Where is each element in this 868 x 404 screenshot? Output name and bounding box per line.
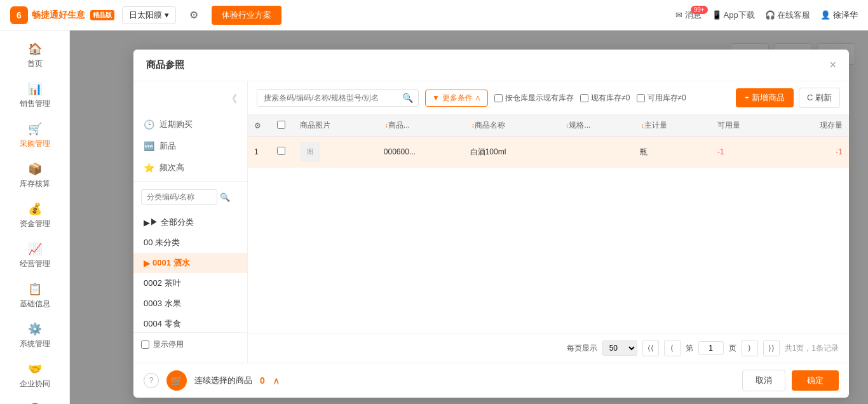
cell-image: 图 bbox=[294, 137, 377, 168]
basic-info-icon: 📋 bbox=[28, 282, 42, 296]
settings-icon[interactable]: ⚙ bbox=[184, 5, 204, 25]
filter-icon: ▼ bbox=[432, 93, 440, 102]
online-service-button[interactable]: 🎧 在线客服 bbox=[765, 10, 811, 21]
select-all-checkbox[interactable] bbox=[277, 121, 285, 129]
user-avatar[interactable]: 👤 徐泽华 bbox=[820, 10, 858, 21]
sidebar-item-finance[interactable]: 💰 资金管理 bbox=[0, 196, 69, 236]
confirm-button[interactable]: 确定 bbox=[792, 370, 839, 391]
collapse-footer-icon[interactable]: ∧ bbox=[273, 375, 280, 387]
page-number-input[interactable] bbox=[698, 341, 724, 355]
th-stock[interactable]: 现存量 bbox=[780, 115, 849, 137]
nav-recent-purchase[interactable]: 🕒 近期购买 bbox=[133, 114, 247, 135]
sidebar-item-basic-info[interactable]: 📋 基础信息 bbox=[0, 276, 69, 316]
usable-stock-checkbox[interactable] bbox=[637, 94, 645, 102]
first-page-button[interactable]: ⟨⟨ bbox=[642, 340, 659, 356]
th-checkbox[interactable] bbox=[271, 115, 294, 137]
more-filter-button[interactable]: ▼ 更多条件 ∧ bbox=[425, 90, 488, 107]
content-area: 查询 设置 刷新 商品参照 × 《 bbox=[70, 30, 868, 404]
th-available[interactable]: 可用量 bbox=[711, 115, 780, 137]
page-size-select[interactable]: 50 100 bbox=[602, 340, 637, 356]
logo: 6 畅捷通好生意 精品版 bbox=[10, 6, 114, 24]
product-table-container: ⚙ 商品图片 ↕商品... ↕商品名称 ↕规格... ↕主计量 可用量 现存量 bbox=[248, 115, 849, 333]
operations-icon: 📈 bbox=[28, 242, 42, 256]
category-arrow-icon: ▶ bbox=[144, 218, 150, 227]
nav-frequent[interactable]: ⭐ 频次高 bbox=[133, 157, 247, 178]
category-search-input[interactable] bbox=[141, 189, 217, 205]
category-item-3[interactable]: 0003 水果 bbox=[133, 293, 247, 314]
row-checkbox[interactable] bbox=[277, 147, 285, 155]
sidebar-item-sales[interactable]: 📊 销售管理 bbox=[0, 76, 69, 116]
sidebar-item-label: 销售管理 bbox=[20, 98, 50, 109]
sidebar: 🏠 首页 📊 销售管理 🛒 采购管理 📦 库存核算 💰 资金管理 📈 经营管理 … bbox=[0, 30, 70, 404]
category-item-2[interactable]: 0002 茶叶 bbox=[133, 273, 247, 293]
cell-index: 1 bbox=[248, 137, 271, 168]
warehouse-stock-checkbox[interactable] bbox=[494, 94, 503, 102]
sidebar-item-home[interactable]: 🏠 首页 bbox=[0, 36, 69, 76]
home-icon: 🏠 bbox=[28, 42, 42, 56]
logo-badge: 精品版 bbox=[90, 10, 114, 20]
modal-close-button[interactable]: × bbox=[829, 58, 836, 72]
product-search-input[interactable] bbox=[257, 90, 397, 105]
modal-header: 商品参照 × bbox=[133, 50, 849, 81]
collapse-left-button[interactable]: 《 bbox=[222, 88, 242, 111]
sidebar-item-system[interactable]: ⚙️ 系统管理 bbox=[0, 316, 69, 356]
topbar: 6 畅捷通好生意 精品版 日太阳膜 ▾ ⚙ 体验行业方案 ✉ 消息 99+ 📱 … bbox=[0, 0, 868, 30]
avatar: 👤 bbox=[820, 10, 831, 20]
sidebar-item-inventory[interactable]: 📦 库存核算 bbox=[0, 156, 69, 196]
category-list: ▶ ▶ 全部分类 00 未分类 ▶ 0001 酒水 0002 茶叶 bbox=[133, 210, 247, 332]
page-info: 共1页，1条记录 bbox=[785, 343, 839, 354]
active-arrow-icon: ▶ bbox=[144, 259, 150, 268]
prev-page-button[interactable]: ⟨ bbox=[664, 340, 681, 356]
th-unit[interactable]: ↕主计量 bbox=[634, 115, 711, 137]
topbar-right: ✉ 消息 99+ 📱 App下载 🎧 在线客服 👤 徐泽华 bbox=[675, 10, 858, 21]
right-panel: 🔍 ▼ 更多条件 ∧ 按仓库显示现有库存 现有库存≠0 bbox=[248, 81, 849, 363]
product-search-bar: 🔍 bbox=[257, 89, 419, 107]
category-item-4[interactable]: 0004 零食 bbox=[133, 314, 247, 332]
add-product-button[interactable]: + 新增商品 bbox=[736, 88, 794, 107]
product-search-icon[interactable]: 🔍 bbox=[397, 90, 418, 106]
modal-body: 《 🕒 近期购买 🆕 新品 ⭐ 频次高 bbox=[133, 81, 849, 363]
display-disabled-checkbox[interactable] bbox=[141, 340, 149, 349]
app-download-button[interactable]: 📱 App下载 bbox=[712, 10, 755, 21]
trial-button[interactable]: 体验行业方案 bbox=[212, 6, 281, 25]
cancel-button[interactable]: 取消 bbox=[742, 370, 785, 391]
sidebar-item-operations[interactable]: 📈 经营管理 bbox=[0, 236, 69, 276]
category-search-row: 🔍 bbox=[133, 184, 247, 210]
nav-new-products[interactable]: 🆕 新品 bbox=[133, 135, 247, 157]
sidebar-item-enterprise[interactable]: 🤝 企业协同 bbox=[0, 356, 69, 396]
cell-spec bbox=[558, 137, 633, 168]
footer-actions: 取消 确定 bbox=[742, 370, 839, 391]
org-selector[interactable]: 日太阳膜 ▾ bbox=[122, 6, 176, 24]
cell-available: -1 bbox=[711, 137, 780, 168]
th-product-spec[interactable]: ↕规格... bbox=[558, 115, 633, 137]
toolbar-right: + 新增商品 C 刷新 bbox=[736, 88, 840, 108]
message-button[interactable]: ✉ 消息 99+ bbox=[675, 10, 702, 21]
category-item-all[interactable]: ▶ ▶ 全部分类 bbox=[133, 212, 247, 232]
logo-text: 畅捷通好生意 bbox=[32, 10, 85, 21]
refresh-button[interactable]: C 刷新 bbox=[799, 88, 840, 108]
sidebar-item-label: 企业协同 bbox=[20, 379, 50, 389]
modal-title: 商品参照 bbox=[146, 59, 829, 71]
cell-checkbox[interactable] bbox=[271, 137, 294, 168]
display-disabled-row: 显示停用 bbox=[133, 332, 247, 356]
last-page-button[interactable]: ⟩⟩ bbox=[763, 340, 780, 356]
th-product-code[interactable]: ↕商品... bbox=[377, 115, 464, 137]
table-row[interactable]: 1 图 000600... 白酒100ml 瓶 -1 -1 bbox=[248, 137, 849, 168]
next-page-button[interactable]: ⟩ bbox=[742, 340, 758, 356]
available-stock-checkbox[interactable] bbox=[580, 94, 588, 102]
sidebar-item-label: 系统管理 bbox=[20, 339, 50, 349]
category-search-icon[interactable]: 🔍 bbox=[220, 192, 230, 202]
th-settings[interactable]: ⚙ bbox=[248, 115, 271, 137]
sidebar-item-guide[interactable]: 🎯 新手引导 bbox=[0, 396, 69, 404]
th-product-name[interactable]: ↕商品名称 bbox=[464, 115, 559, 137]
cell-name: 白酒100ml bbox=[464, 137, 559, 168]
category-item-0[interactable]: 00 未分类 bbox=[133, 232, 247, 253]
mobile-icon: 📱 bbox=[712, 10, 722, 20]
help-icon[interactable]: ? bbox=[144, 373, 159, 388]
cart-button[interactable]: 🛒 bbox=[166, 370, 187, 391]
cell-unit: 瓶 bbox=[634, 137, 711, 168]
cell-code: 000600... bbox=[377, 137, 464, 168]
sidebar-item-purchase[interactable]: 🛒 采购管理 bbox=[0, 116, 69, 156]
star-icon: ⭐ bbox=[144, 163, 154, 173]
category-item-1[interactable]: ▶ 0001 酒水 bbox=[133, 253, 247, 273]
